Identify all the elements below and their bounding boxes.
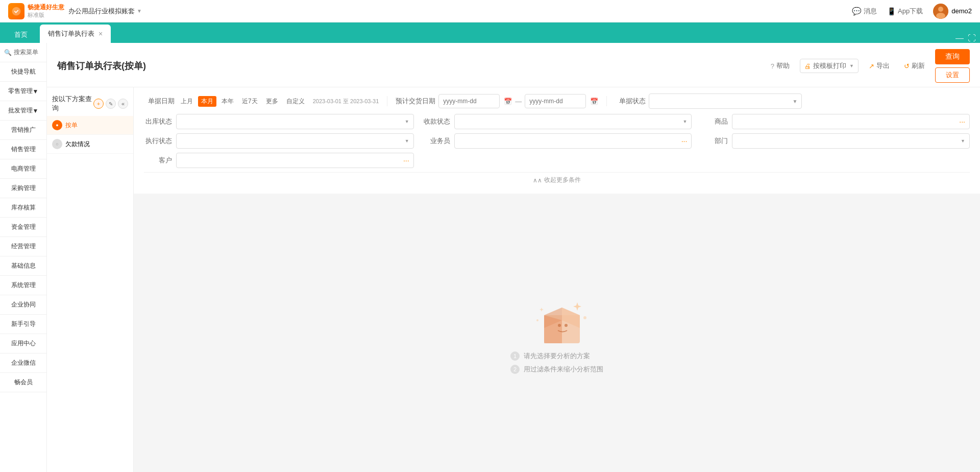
page-title: 销售订单执行表(按单) — [57, 60, 146, 72]
calendar-icon-end[interactable]: 📅 — [590, 98, 598, 105]
tab-home[interactable]: 首页 — [4, 27, 38, 43]
calendar-icon-start[interactable]: 📅 — [504, 98, 512, 105]
svg-point-7 — [536, 319, 538, 321]
date-tabs: 上月 本月 本年 近7天 更多 自定义 — [178, 96, 308, 107]
filter-row-2: 出库状态 ▼ 收款状态 ▼ — [144, 114, 970, 129]
sidebar-item-enterprise[interactable]: 企业协同 — [0, 295, 46, 315]
sidebar-item-inventory[interactable]: 库存核算 — [0, 198, 46, 218]
user-area[interactable]: demo2 — [933, 4, 972, 19]
message-button[interactable]: 💬 消息 — [852, 7, 877, 16]
query-button[interactable]: 查询 — [935, 49, 970, 64]
expected-date-end[interactable] — [525, 94, 586, 108]
collapse-more-button[interactable]: ∧∧ 收起更多条件 — [533, 176, 581, 184]
print-button[interactable]: 🖨 按模板打印 ▼ — [800, 59, 859, 73]
sidebar-item-finance[interactable]: 资金管理 — [0, 218, 46, 237]
payment-status-arrow: ▼ — [682, 119, 687, 124]
main-layout: 🔍 搜索菜单 快捷导航 零售管理 批发管理 营销推广 销售管理 电商管理 采购管… — [0, 43, 980, 472]
delivery-status-cell: 出库状态 ▼ — [144, 114, 414, 129]
sidebar-item-newuser[interactable]: 新手引导 — [0, 315, 46, 334]
collapse-panel-button[interactable]: « — [118, 99, 128, 109]
logo-icon — [8, 3, 24, 19]
sidebar-item-purchase[interactable]: 采购管理 — [0, 179, 46, 198]
empty-text: 1 请先选择要分析的方案 2 用过滤条件来缩小分析范围 — [510, 351, 603, 374]
filter-row-1: 单据日期 上月 本月 本年 近7天 更多 自定义 2023-03-01 至 20… — [144, 93, 970, 109]
goods-dots-button[interactable]: ··· — [959, 117, 965, 126]
left-panel-header: 按以下方案查询 + ✎ « — [47, 91, 133, 116]
sidebar-item-sales[interactable]: 销售管理 — [0, 140, 46, 159]
collapse-bar: ∧∧ 收起更多条件 — [144, 172, 970, 187]
date-tab-this-month[interactable]: 本月 — [198, 96, 216, 107]
content-wrapper: 按以下方案查询 + ✎ « ● — [47, 87, 980, 472]
salesperson-dots-button[interactable]: ··· — [681, 137, 688, 145]
tab-bar-actions: — ⛶ — [955, 34, 980, 43]
industry-select[interactable]: 办公用品行业模拟账套 ▼ — [68, 7, 142, 16]
help-button[interactable]: ? 帮助 — [767, 59, 794, 73]
sidebar-item-appstore[interactable]: 应用中心 — [0, 334, 46, 353]
delivery-status-arrow: ▼ — [405, 119, 409, 124]
sidebar-item-retail[interactable]: 零售管理 — [0, 82, 46, 101]
divider-2 — [606, 96, 607, 106]
goods-input[interactable]: ··· — [732, 114, 970, 129]
empty-step-2: 2 用过滤条件来缩小分析范围 — [510, 365, 603, 374]
empty-illustration — [531, 292, 582, 343]
date-tab-7days[interactable]: 近7天 — [239, 96, 261, 107]
sidebar-item-member[interactable]: 畅会员 — [0, 373, 46, 392]
sidebar-item-ecommerce[interactable]: 电商管理 — [0, 159, 46, 179]
right-actions: 查询 设置 — [935, 49, 970, 83]
message-icon: 💬 — [852, 7, 862, 16]
refresh-button[interactable]: ↺ 刷新 — [900, 59, 929, 73]
delivery-status-select[interactable]: ▼ — [176, 114, 414, 129]
scheme-item-qiankuan[interactable]: ○ 欠款情况 — [47, 135, 133, 154]
payment-status-select[interactable]: ▼ — [454, 114, 692, 129]
sidebar-item-quick-nav[interactable]: 快捷导航 — [0, 62, 46, 82]
scheme-item-icon-inactive: ○ — [52, 139, 62, 149]
logo-text: 畅捷通好生意 标准版 — [28, 4, 64, 19]
expected-date-filter: 预计交货日期 📅 — 📅 — [396, 94, 598, 108]
date-tab-more[interactable]: 更多 — [263, 96, 281, 107]
department-arrow: ▼ — [961, 138, 965, 144]
filter-panel: 单据日期 上月 本月 本年 近7天 更多 自定义 2023-03-01 至 20… — [134, 87, 980, 194]
department-cell: 部门 ▼ — [700, 133, 970, 149]
expected-date-start[interactable] — [438, 94, 500, 108]
left-panel: 按以下方案查询 + ✎ « ● — [47, 87, 134, 472]
search-icon: 🔍 — [4, 49, 12, 56]
tab-minimize-button[interactable]: — — [955, 34, 964, 43]
status-select[interactable]: ▼ — [649, 93, 802, 109]
tab-bar: 首页 销售订单执行表 × — ⛶ — [0, 22, 980, 43]
sidebar-item-marketing[interactable]: 营销推广 — [0, 121, 46, 140]
salesperson-input[interactable]: ··· — [454, 133, 692, 149]
divider-1 — [387, 96, 387, 106]
sidebar-search[interactable]: 🔍 搜索菜单 — [0, 43, 46, 62]
left-panel-icons: + ✎ « — [93, 99, 128, 109]
edit-scheme-button[interactable]: ✎ — [106, 99, 116, 109]
exec-status-select[interactable]: ▼ — [176, 133, 414, 149]
user-name: demo2 — [951, 7, 972, 15]
tab-active[interactable]: 销售订单执行表 × — [40, 25, 111, 43]
sidebar-item-system[interactable]: 系统管理 — [0, 276, 46, 295]
avatar — [933, 4, 948, 19]
date-tab-custom[interactable]: 自定义 — [283, 96, 308, 107]
salesperson-cell: 业务员 ··· — [422, 133, 692, 149]
svg-point-2 — [936, 13, 945, 19]
tab-maximize-button[interactable]: ⛶ — [968, 34, 976, 43]
department-select[interactable]: ▼ — [732, 133, 970, 149]
settings-button[interactable]: 设置 — [935, 67, 970, 83]
main-content: 1 请先选择要分析的方案 2 用过滤条件来缩小分析范围 — [134, 194, 980, 472]
sidebar-item-operations[interactable]: 经营管理 — [0, 237, 46, 256]
customer-input[interactable]: ··· — [176, 153, 414, 168]
sidebar-item-wholesale[interactable]: 批发管理 — [0, 101, 46, 121]
page-actions: ? 帮助 🖨 按模板打印 ▼ ↗ 导出 ↺ 刷新 查询 — [767, 49, 970, 83]
add-scheme-button[interactable]: + — [93, 99, 104, 109]
app-download-button[interactable]: 📱 App下载 — [887, 7, 923, 16]
customer-dots-button[interactable]: ··· — [403, 156, 409, 164]
tab-close-button[interactable]: × — [99, 30, 103, 37]
sidebar-item-basics[interactable]: 基础信息 — [0, 256, 46, 276]
date-range-display: 2023-03-01 至 2023-03-31 — [313, 98, 379, 105]
collapse-icon: ∧∧ — [533, 177, 542, 184]
export-button[interactable]: ↗ 导出 — [865, 59, 894, 73]
empty-step-1: 1 请先选择要分析的方案 — [510, 351, 603, 361]
date-tab-last-month[interactable]: 上月 — [178, 96, 196, 107]
date-tab-this-year[interactable]: 本年 — [218, 96, 237, 107]
scheme-item-anzhang[interactable]: ● 按单 — [47, 116, 133, 135]
sidebar-item-weixin[interactable]: 企业微信 — [0, 353, 46, 373]
